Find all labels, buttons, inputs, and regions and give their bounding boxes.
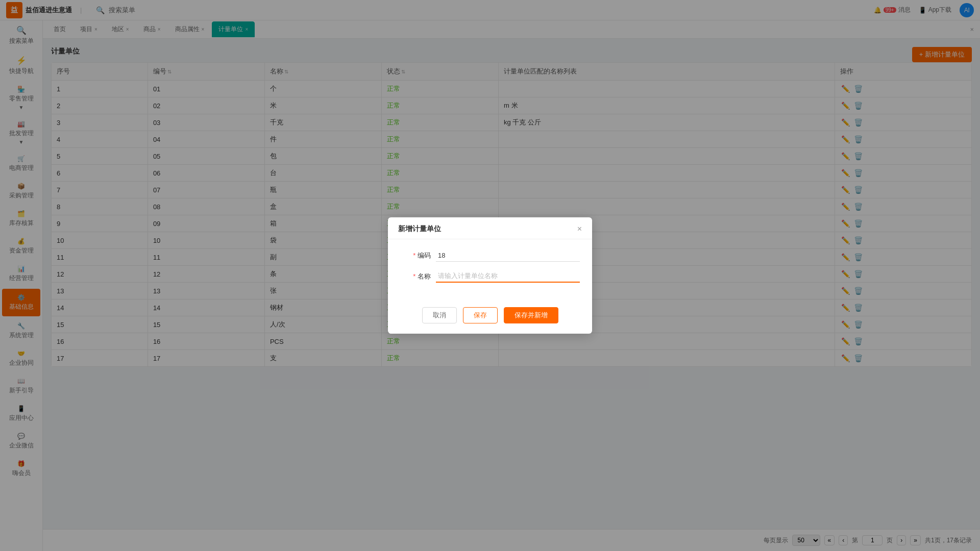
- code-input[interactable]: [436, 249, 580, 262]
- dialog-close-btn[interactable]: ×: [577, 224, 582, 234]
- required-star-code: *: [413, 252, 415, 259]
- cancel-button[interactable]: 取消: [422, 307, 457, 323]
- add-unit-dialog: 新增计量单位 × * 编码 * 名称 取消 保存 保存并新增: [388, 217, 592, 334]
- dialog-body: * 编码 * 名称: [388, 239, 592, 301]
- form-row-name: * 名称: [400, 270, 580, 283]
- form-code-label: * 编码: [400, 251, 431, 260]
- form-name-label: * 名称: [400, 272, 431, 281]
- form-row-code: * 编码: [400, 249, 580, 262]
- dialog-footer: 取消 保存 保存并新增: [388, 301, 592, 334]
- save-button[interactable]: 保存: [463, 307, 498, 323]
- required-star-name: *: [413, 272, 415, 280]
- dialog-title: 新增计量单位: [398, 224, 441, 234]
- modal-overlay[interactable]: 新增计量单位 × * 编码 * 名称 取消 保存 保存并新增: [0, 0, 980, 551]
- save-and-new-button[interactable]: 保存并新增: [504, 307, 558, 323]
- dialog-header: 新增计量单位 ×: [388, 217, 592, 239]
- name-input[interactable]: [436, 270, 580, 283]
